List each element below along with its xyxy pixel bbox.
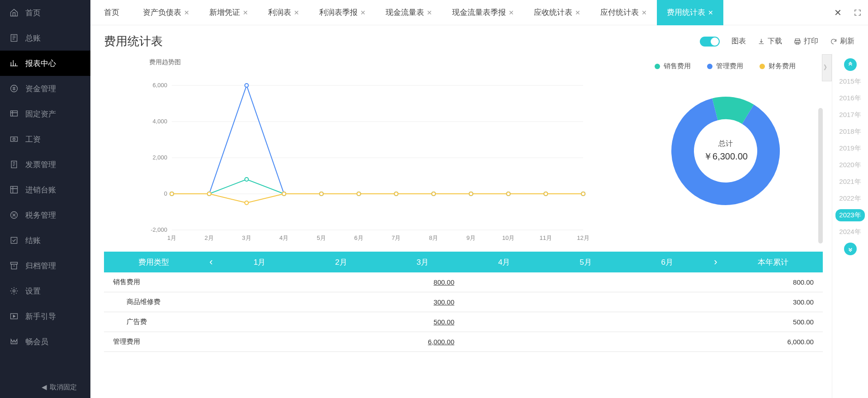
sidebar-item-salary[interactable]: 工资 xyxy=(0,126,90,152)
svg-point-67 xyxy=(357,192,361,196)
tab-4[interactable]: 利润表季报✕ xyxy=(309,0,376,25)
tab-2[interactable]: 新增凭证✕ xyxy=(199,0,258,25)
inventory-icon xyxy=(9,185,19,195)
tab-close-icon[interactable]: ✕ xyxy=(294,9,299,16)
fullscreen-icon[interactable] xyxy=(852,7,863,19)
sidebar-item-ledger[interactable]: 总账 xyxy=(0,25,90,51)
sidebar-item-tax[interactable]: 税务管理 xyxy=(0,202,90,228)
tab-3[interactable]: 利润表✕ xyxy=(258,0,309,25)
sidebar-item-funds[interactable]: 资金管理 xyxy=(0,76,90,101)
tab-close-icon[interactable]: ✕ xyxy=(575,9,580,16)
year-item[interactable]: 2019年 xyxy=(835,142,864,155)
assets-icon xyxy=(9,109,19,119)
sidebar-item-reports[interactable]: 报表中心 xyxy=(0,51,90,76)
year-item[interactable]: 2020年 xyxy=(835,159,864,171)
svg-rect-8 xyxy=(11,237,17,243)
tab-6[interactable]: 现金流量表季报✕ xyxy=(442,0,524,25)
svg-text:3月: 3月 xyxy=(242,234,251,241)
sidebar-item-invoice[interactable]: 发票管理 xyxy=(0,152,90,177)
cell-month[interactable]: 300.00 xyxy=(382,298,463,306)
close-period-icon xyxy=(9,235,19,245)
tab-close-icon[interactable]: ✕ xyxy=(509,9,514,16)
svg-text:4月: 4月 xyxy=(279,234,288,241)
table-row: 销售费用800.00800.00 xyxy=(104,272,823,292)
year-rail: 》 2015年2016年2017年2018年2019年2020年2021年202… xyxy=(832,54,868,398)
tab-close-icon[interactable]: ✕ xyxy=(427,9,432,16)
tab-close-icon[interactable]: ✕ xyxy=(184,9,189,16)
year-item[interactable]: 2015年 xyxy=(835,75,864,88)
vertical-scrollbar[interactable] xyxy=(818,108,823,243)
year-scroll-up-icon[interactable] xyxy=(844,58,857,71)
cell-type: 销售费用 xyxy=(104,278,203,286)
sidebar-item-assets[interactable]: 固定资产 xyxy=(0,101,90,126)
cell-month[interactable]: 6,000.00 xyxy=(382,338,463,346)
col-month: 2月 xyxy=(300,257,382,267)
download-button[interactable]: 下载 xyxy=(758,37,782,46)
svg-point-66 xyxy=(320,192,323,196)
table-row: 管理费用6,000.006,000.00 xyxy=(104,332,823,352)
salary-icon xyxy=(9,134,19,144)
svg-point-4 xyxy=(13,138,15,140)
print-button[interactable]: 打印 xyxy=(794,37,818,46)
tab-label: 费用统计表 xyxy=(667,7,705,18)
svg-rect-15 xyxy=(796,42,799,44)
tab-label: 现金流量表季报 xyxy=(452,7,506,18)
svg-rect-0 xyxy=(11,35,17,42)
refresh-button[interactable]: 刷新 xyxy=(830,37,854,46)
line-chart: -2,00002,0004,0006,0001月2月3月4月5月6月7月8月9月… xyxy=(145,76,592,253)
tab-5[interactable]: 现金流量表✕ xyxy=(376,0,442,25)
tab-label: 应付统计表 xyxy=(600,7,639,18)
tab-close-icon[interactable]: ✕ xyxy=(243,9,248,16)
collapse-year-rail-icon[interactable]: 》 xyxy=(822,54,832,81)
cell-month[interactable]: 800.00 xyxy=(382,278,463,286)
legend-item[interactable]: 销售费用 xyxy=(655,62,691,70)
col-month: 3月 xyxy=(382,257,463,267)
settings-icon xyxy=(9,286,19,296)
sidebar-item-close-period[interactable]: 结账 xyxy=(0,228,90,253)
sidebar-unpin-button[interactable]: ◀取消固定 xyxy=(0,376,90,398)
svg-rect-6 xyxy=(11,187,18,193)
sidebar-item-label: 总账 xyxy=(25,33,41,43)
cell-month[interactable]: 500.00 xyxy=(382,318,463,326)
tab-0[interactable]: 首页 xyxy=(90,0,133,25)
invoice-icon xyxy=(9,159,19,169)
sidebar-item-settings[interactable]: 设置 xyxy=(0,278,90,304)
svg-text:11月: 11月 xyxy=(540,234,552,241)
tab-close-icon[interactable]: ✕ xyxy=(360,9,366,16)
home-icon xyxy=(9,8,19,18)
tab-label: 利润表季报 xyxy=(319,7,358,18)
year-item[interactable]: 2022年 xyxy=(835,192,864,205)
year-scroll-down-icon[interactable] xyxy=(844,243,857,255)
sidebar-item-inventory[interactable]: 进销台账 xyxy=(0,177,90,202)
chart-toggle[interactable] xyxy=(700,37,720,47)
svg-text:6,000: 6,000 xyxy=(152,82,167,89)
close-all-tabs-icon[interactable]: ✕ xyxy=(832,7,844,19)
funds-icon xyxy=(9,84,19,94)
tab-close-icon[interactable]: ✕ xyxy=(708,9,713,16)
tab-8[interactable]: 应付统计表✕ xyxy=(590,0,657,25)
sidebar-item-home[interactable]: 首页 xyxy=(0,0,90,25)
legend-item[interactable]: 财务费用 xyxy=(760,62,796,70)
sidebar-item-label: 首页 xyxy=(25,8,41,18)
sidebar-item-archive[interactable]: 归档管理 xyxy=(0,253,90,278)
year-item[interactable]: 2024年 xyxy=(835,226,864,238)
svg-point-65 xyxy=(282,192,286,196)
tab-close-icon[interactable]: ✕ xyxy=(642,9,647,16)
svg-point-62 xyxy=(170,192,174,196)
svg-rect-13 xyxy=(795,39,799,41)
refresh-icon xyxy=(830,38,837,45)
year-item[interactable]: 2023年 xyxy=(835,209,864,221)
tab-1[interactable]: 资产负债表✕ xyxy=(133,0,199,25)
year-item[interactable]: 2021年 xyxy=(835,176,864,188)
table-prev-months-icon[interactable]: ‹ xyxy=(203,256,219,268)
sidebar-item-vip[interactable]: 畅会员 xyxy=(0,329,90,354)
table-next-months-icon[interactable]: › xyxy=(708,256,723,268)
tab-7[interactable]: 应收统计表✕ xyxy=(524,0,590,25)
year-item[interactable]: 2016年 xyxy=(835,92,864,104)
legend-item[interactable]: 管理费用 xyxy=(707,62,743,70)
year-item[interactable]: 2017年 xyxy=(835,109,864,121)
cell-total: 500.00 xyxy=(723,318,823,326)
year-item[interactable]: 2018年 xyxy=(835,126,864,138)
tab-9[interactable]: 费用统计表✕ xyxy=(657,0,723,25)
sidebar-item-guide[interactable]: 新手引导 xyxy=(0,304,90,329)
